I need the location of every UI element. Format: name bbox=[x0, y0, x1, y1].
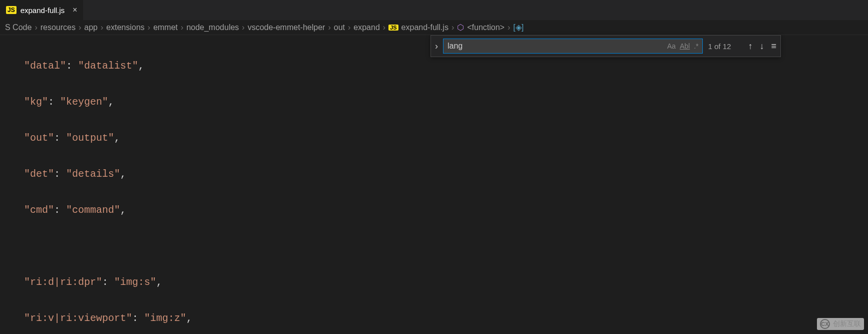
editor-content[interactable]: "datal": "datalist", "kg": "keygen", "ou… bbox=[0, 35, 868, 334]
chevron-right-icon: › bbox=[242, 23, 244, 32]
breadcrumb: S Code› resources› app› extensions› emme… bbox=[0, 20, 868, 35]
breadcrumb-item[interactable]: vscode-emmet-helper bbox=[248, 23, 325, 32]
function-symbol-icon: ⬡ bbox=[457, 23, 464, 32]
previous-match-icon[interactable]: ↑ bbox=[748, 41, 752, 52]
breadcrumb-item[interactable]: node_modules bbox=[186, 23, 239, 32]
chevron-right-icon: › bbox=[79, 23, 81, 32]
find-input[interactable]: lang Aa Abl .* bbox=[443, 39, 703, 54]
match-case-icon[interactable]: Aa bbox=[667, 42, 676, 50]
code-line: "cmd": "command", bbox=[24, 201, 868, 219]
code-line: "ri:d|ri:dpr": "img:s", bbox=[24, 273, 868, 291]
code-line: "det": "details", bbox=[24, 165, 868, 183]
chevron-right-icon: › bbox=[328, 23, 330, 32]
watermark-text: 创新互联 bbox=[833, 319, 861, 328]
find-in-selection-icon[interactable]: ≡ bbox=[771, 41, 776, 52]
chevron-right-icon: › bbox=[452, 23, 454, 32]
match-whole-word-icon[interactable]: Abl bbox=[680, 42, 690, 50]
code-line: "datal": "datalist", bbox=[24, 57, 868, 75]
breadcrumb-item[interactable]: extensions bbox=[106, 23, 145, 32]
chevron-right-icon: › bbox=[35, 23, 37, 32]
next-match-icon[interactable]: ↓ bbox=[759, 41, 764, 52]
chevron-right-icon: › bbox=[181, 23, 183, 32]
breadcrumb-file[interactable]: expand-full.js bbox=[401, 23, 449, 32]
chevron-right-icon: › bbox=[148, 23, 150, 32]
watermark-logo-icon: CX bbox=[820, 319, 830, 329]
breadcrumb-item[interactable]: S Code bbox=[5, 23, 32, 32]
code-line: "ri:v|ri:viewport": "img:z", bbox=[24, 309, 868, 327]
breadcrumb-item[interactable]: resources bbox=[41, 23, 76, 32]
chevron-right-icon: › bbox=[348, 23, 350, 32]
tab-label: expand-full.js bbox=[21, 6, 65, 15]
regex-icon[interactable]: .* bbox=[694, 42, 698, 50]
breadcrumb-item[interactable]: emmet bbox=[153, 23, 178, 32]
close-icon[interactable]: × bbox=[73, 6, 77, 15]
breadcrumb-item[interactable]: app bbox=[84, 23, 98, 32]
breadcrumb-item[interactable]: out bbox=[334, 23, 345, 32]
find-widget: › lang Aa Abl .* 1 of 12 ↑ ↓ ≡ bbox=[430, 35, 781, 57]
js-file-icon: JS bbox=[6, 6, 17, 14]
breadcrumb-symbol[interactable]: <function> bbox=[467, 23, 505, 32]
code-line: "out": "output", bbox=[24, 129, 868, 147]
chevron-right-icon: › bbox=[508, 23, 510, 32]
toggle-replace-icon[interactable]: › bbox=[435, 41, 438, 52]
chevron-right-icon: › bbox=[383, 23, 385, 32]
chevron-right-icon: › bbox=[101, 23, 103, 32]
breadcrumb-item[interactable]: expand bbox=[353, 23, 380, 32]
code-line: "kg": "keygen", bbox=[24, 93, 868, 111]
js-file-icon: JS bbox=[388, 25, 398, 31]
find-count: 1 of 12 bbox=[708, 42, 743, 51]
tab-expand-full[interactable]: JS expand-full.js × bbox=[0, 0, 84, 20]
code-line bbox=[24, 237, 868, 255]
find-input-value: lang bbox=[448, 42, 667, 51]
watermark: CX 创新互联 bbox=[817, 318, 864, 330]
tab-bar: JS expand-full.js × bbox=[0, 0, 868, 20]
symbol-icon: [◈] bbox=[513, 23, 524, 32]
